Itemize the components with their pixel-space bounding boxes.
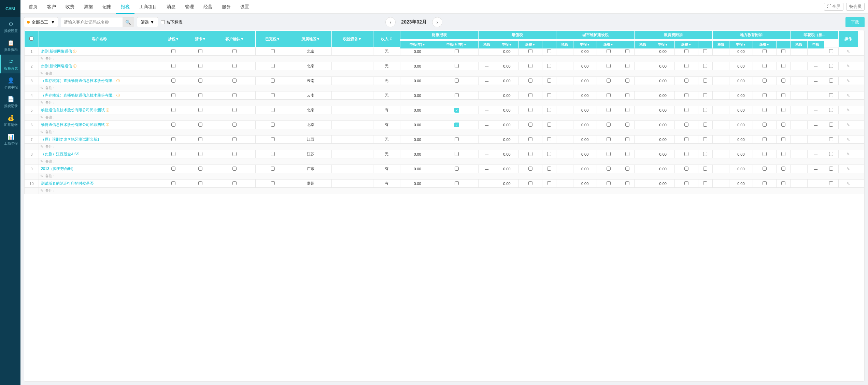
action-cell[interactable]: ✎ [838,47,858,56]
chaoshui-cell[interactable] [160,91,187,100]
action-cell[interactable]: ✎ [838,180,858,188]
cs-jiaofei-cell[interactable] [620,121,634,129]
col-chaoshui[interactable]: 抄税▼ [160,31,187,47]
zz-jiaofei-cell[interactable] [542,91,556,100]
jy-jiaofei-checkbox[interactable] [703,49,707,53]
qingka-cell[interactable] [187,121,214,129]
chaoshui-checkbox[interactable] [171,137,175,141]
nav-fuwu[interactable]: 服务 [217,0,236,14]
select-all-checkbox[interactable] [29,37,33,41]
caibao-year-checkbox[interactable] [455,137,459,141]
yh-shenbao-cell[interactable] [824,106,839,114]
df-jiaofei-checkbox[interactable] [781,181,785,185]
customer-name[interactable]: （勿删）江西股金-LSS [39,150,160,158]
cs-shenbao-checkbox[interactable] [607,137,611,141]
qingka-cell[interactable] [187,150,214,158]
yh-shenbao-cell[interactable] [824,150,839,158]
yiwanshu-checkbox[interactable] [271,49,275,53]
df-shenbao-checkbox[interactable] [763,64,767,68]
col-yh-shenbao[interactable]: 申报 [807,41,824,48]
kehu-confirm-checkbox[interactable] [232,152,237,156]
df-shenbao-cell[interactable] [753,47,776,56]
df-jiaofei-cell[interactable] [776,77,790,85]
col-cs-shenbao[interactable]: 申报▼ [573,41,597,48]
caibao-year-cell[interactable] [435,136,478,144]
caibao-year-checkbox[interactable] [455,93,459,97]
customer-name[interactable]: 2013（陶美芳勿删） [39,165,160,173]
df-jiaofei-cell[interactable] [776,47,790,56]
zz-shenbao-cell[interactable] [518,180,542,188]
caibao-year-cell[interactable]: ✓ [435,121,478,129]
yh-shenbao-cell[interactable] [824,91,839,100]
df-jiaofei-cell[interactable] [776,165,790,173]
zz-jiaofei-cell[interactable] [542,47,556,56]
zz-shenbao-checkbox[interactable] [528,152,532,156]
chaoshui-cell[interactable] [160,165,187,173]
jy-jiaofei-cell[interactable] [698,136,712,144]
caibao-year-cell[interactable] [435,180,478,188]
yh-shenbao-checkbox[interactable] [829,49,833,53]
col-jy-shenbao[interactable]: 申报▼ [651,41,675,48]
kehu-confirm-checkbox[interactable] [232,181,237,185]
jy-shenbao-checkbox[interactable] [684,167,688,171]
cs-shenbao-cell[interactable] [597,47,620,56]
yiwanshu-cell[interactable] [256,106,290,114]
zz-shenbao-checkbox[interactable] [528,123,532,127]
qingka-cell[interactable] [187,77,214,85]
zz-jiaofei-cell[interactable] [542,106,556,114]
yh-shenbao-checkbox[interactable] [829,93,833,97]
qingka-cell[interactable] [187,165,214,173]
col-shuikong[interactable]: 税控设备▼ [331,31,373,47]
zz-shenbao-checkbox[interactable] [528,108,532,112]
kehu-confirm-cell[interactable] [214,47,255,56]
qingka-checkbox[interactable] [198,93,202,97]
df-shenbao-cell[interactable] [753,62,776,70]
kehu-confirm-checkbox[interactable] [232,79,237,83]
cs-shenbao-cell[interactable] [597,91,620,100]
jy-jiaofei-checkbox[interactable] [703,123,707,127]
df-jiaofei-checkbox[interactable] [781,49,785,53]
col-df-jiaofei[interactable]: 缴费▼ [753,41,776,48]
df-shenbao-cell[interactable] [753,165,776,173]
df-shenbao-cell[interactable] [753,136,776,144]
df-jiaofei-cell[interactable] [776,150,790,158]
cs-shenbao-cell[interactable] [597,180,620,188]
member-button[interactable]: 畅会员 [846,3,865,11]
qingka-checkbox[interactable] [198,181,202,185]
df-shenbao-cell[interactable] [753,91,776,100]
jy-jiaofei-cell[interactable] [698,121,712,129]
jy-jiaofei-checkbox[interactable] [703,137,707,141]
cs-shenbao-cell[interactable] [597,136,620,144]
yiwanshu-checkbox[interactable] [271,79,275,83]
jy-shenbao-cell[interactable] [675,91,698,100]
yiwanshu-cell[interactable] [256,62,290,70]
cs-jiaofei-cell[interactable] [620,62,634,70]
df-shenbao-cell[interactable] [753,106,776,114]
nav-shouye[interactable]: 首页 [24,0,42,14]
df-jiaofei-checkbox[interactable] [781,167,785,171]
edit-note-icon[interactable]: ✎ [40,71,43,75]
mingxia-checkbox[interactable] [161,20,165,24]
caibao-year-cell[interactable] [435,165,478,173]
jy-shenbao-cell[interactable] [675,47,698,56]
edit-icon[interactable]: ✎ [846,181,850,186]
action-cell[interactable]: ✎ [838,106,858,114]
zz-shenbao-checkbox[interactable] [528,181,532,185]
df-jiaofei-checkbox[interactable] [781,137,785,141]
sidebar-item-geshuishenabao[interactable]: 👤 个税申报 [0,73,20,92]
edit-icon[interactable]: ✎ [846,152,850,157]
zz-shenbao-checkbox[interactable] [528,137,532,141]
chaoshui-checkbox[interactable] [171,49,175,53]
qingka-cell[interactable] [187,91,214,100]
cs-jiaofei-cell[interactable] [620,77,634,85]
df-shenbao-checkbox[interactable] [763,152,767,156]
jy-jiaofei-checkbox[interactable] [703,93,707,97]
action-cell[interactable]: ✎ [838,150,858,158]
cs-jiaofei-cell[interactable] [620,47,634,56]
customer-name[interactable]: 勿删|新锐网络通信ⓘ [39,47,160,56]
qingka-checkbox[interactable] [198,108,202,112]
yiwanshu-checkbox[interactable] [271,93,275,97]
cs-jiaofei-checkbox[interactable] [625,64,629,68]
df-jiaofei-cell[interactable] [776,136,790,144]
edit-note-icon[interactable]: ✎ [40,145,43,148]
